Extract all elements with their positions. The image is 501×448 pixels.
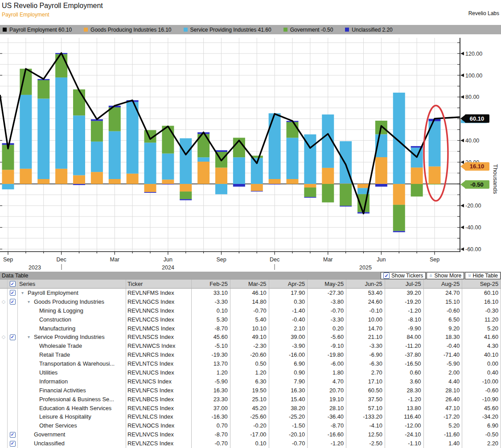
value-cell-4-4: 14.70 (346, 324, 385, 333)
series-label-14[interactable]: ▾Leisure & Hospitality (18, 412, 126, 421)
value-cell-3-0: 5.30 (192, 315, 230, 324)
bar-segment-May-24 (144, 192, 156, 193)
value-cell-11-3: 20.70 (308, 386, 346, 395)
master-checkbox[interactable]: ✓ (10, 281, 16, 287)
legend-item-1[interactable]: Goods Producing Industries 16.10 (84, 27, 171, 33)
value-cell-1-3: -3.80 (308, 297, 346, 306)
series-label-13[interactable]: ▾Education & Health Services (18, 404, 126, 413)
series-checkbox-cell[interactable]: ✓ (8, 297, 18, 306)
column-header-May-25[interactable]: May-25 (308, 280, 346, 289)
value-cell-8-4: -6.30 (346, 359, 385, 368)
legend-item-4[interactable]: Unclassified 2.20 (345, 27, 392, 33)
value-cell-6-1: -2.30 (230, 342, 269, 350)
column-header-series[interactable]: Series (18, 280, 126, 289)
legend-label: Service Providing Industries 41.60 (190, 27, 271, 33)
series-label-11[interactable]: ▾Financial Activities (18, 386, 126, 395)
legend-item-2[interactable]: Service Providing Industries 41.60 (184, 27, 271, 33)
series-checkbox[interactable]: ✓ (10, 290, 16, 296)
series-checkbox[interactable]: ✓ (10, 432, 16, 438)
bar-segment-Jan-25 (287, 179, 299, 184)
expand-triangle-icon[interactable]: ▾ (28, 333, 34, 342)
bar-segment-Jan-24 (73, 90, 85, 116)
bar-segment-Feb-25 (304, 187, 316, 197)
value-cell-10-4: 17.10 (346, 377, 385, 386)
value-cell-12-6: 26.40 (424, 395, 463, 404)
show-tickers-toggle[interactable]: ✓ Show Tickers (381, 272, 426, 279)
bar-segment-Oct-24 (233, 184, 245, 187)
value-cell-6-0: -5.10 (192, 342, 230, 350)
show-more-button[interactable]: « Show More (427, 272, 464, 279)
bar-segment-Oct-23 (20, 169, 32, 184)
series-name: Retail Trade (39, 350, 70, 359)
series-label-16[interactable]: ▾Government (18, 430, 126, 439)
value-cell-12-1: 25.10 (230, 395, 269, 404)
legend-item-3[interactable]: Government -0.50 (283, 27, 333, 33)
ticker-cell: REVLNCCS Index (126, 315, 192, 324)
series-label-3[interactable]: ▾Construction (18, 315, 126, 324)
column-header-Aug-25[interactable]: Aug-25 (424, 280, 463, 289)
bar-segment-Feb-24 (91, 121, 103, 141)
x-tick-label: Mar (323, 257, 333, 263)
column-header-ticker[interactable]: Ticker (126, 280, 192, 289)
value-cell-1-1: 14.80 (230, 297, 269, 306)
show-tickers-checkbox[interactable]: ✓ (383, 273, 390, 279)
value-cell-6-3: -9.10 (308, 342, 346, 350)
series-label-9[interactable]: ▾Utilities (18, 368, 126, 377)
value-cell-2-1: -0.70 (230, 306, 269, 315)
series-checkbox[interactable]: ✓ (10, 441, 16, 447)
row-gutter (0, 404, 8, 413)
value-cell-16-0: -8.70 (192, 430, 230, 439)
series-label-10[interactable]: ▾Information (18, 377, 126, 386)
bar-segment-Apr-25 (340, 183, 352, 184)
chart-legend: Payroll Employment 60.10Goods Producing … (0, 25, 501, 34)
series-label-15[interactable]: ▾Other Services (18, 421, 126, 430)
y-tick-label: 100.00 (465, 73, 482, 79)
series-label-12[interactable]: ▾Professional & Business Se... (18, 395, 126, 404)
column-header-Jun-25[interactable]: Jun-25 (346, 280, 385, 289)
value-cell-14-1: -25.60 (230, 412, 269, 421)
column-header-Apr-25[interactable]: Apr-25 (269, 280, 308, 289)
series-label-1[interactable]: ▾Goods Producing Industries (18, 297, 126, 306)
series-checkbox-cell[interactable]: ✓ (8, 333, 18, 342)
series-label-6[interactable]: ▾Wholesale Trade (18, 342, 126, 350)
series-label-8[interactable]: ▾Transportation & Warehousi... (18, 359, 126, 368)
series-label-7[interactable]: ▾Retail Trade (18, 350, 126, 359)
series-checkbox-cell[interactable]: ✓ (8, 430, 18, 439)
master-checkbox-cell[interactable]: ✓ (8, 280, 18, 289)
series-checkbox-cell[interactable]: ✓ (8, 289, 18, 297)
row-gutter (0, 342, 8, 350)
column-header-Sep-25[interactable]: Sep-25 (462, 280, 501, 289)
value-cell-12-7: -10.90 (462, 395, 501, 404)
value-cell-10-6: 4.40 (424, 377, 463, 386)
series-checkbox-cell (8, 412, 18, 421)
value-cell-2-2: -1.40 (269, 306, 308, 315)
bar-segment-Aug-24 (197, 157, 209, 162)
series-label-5[interactable]: ▾Service Providing Industries (18, 333, 126, 342)
series-label-0[interactable]: ▾Payroll Employment (18, 289, 126, 297)
column-header-Feb-25[interactable]: Feb-25 (192, 280, 230, 289)
y-tick-label: 40.00 (465, 138, 479, 144)
legend-item-0[interactable]: Payroll Employment 60.10 (3, 27, 72, 33)
expand-triangle-icon[interactable]: ▾ (21, 289, 28, 297)
bar-segment-Jul-25 (393, 231, 405, 232)
value-cell-4-5: -9.90 (385, 324, 424, 333)
y-tick-arrow-icon (460, 204, 464, 208)
series-label-2[interactable]: ▾Mining & Logging (18, 306, 126, 315)
series-checkbox-cell (8, 377, 18, 386)
hide-table-button[interactable]: « Hide Table (465, 272, 501, 279)
y-tick-arrow-icon (460, 138, 464, 142)
bar-segment-Jan-24 (73, 184, 85, 185)
series-checkbox[interactable]: ✓ (10, 334, 16, 340)
value-cell-5-4: 21.10 (346, 333, 385, 342)
value-cell-4-0: -8.70 (192, 324, 230, 333)
expand-triangle-icon[interactable]: ▾ (28, 297, 34, 306)
series-checkbox-cell (8, 421, 18, 430)
series-label-4[interactable]: ▾Manufacturing (18, 324, 126, 333)
last-value-label: -0.50 (470, 181, 484, 188)
series-label-17[interactable]: ▾Unclassified (18, 439, 126, 448)
legend-label: Unclassified 2.20 (352, 27, 392, 33)
column-header-Mar-25[interactable]: Mar-25 (230, 280, 269, 289)
series-checkbox-cell[interactable]: ✓ (8, 439, 18, 448)
column-header-Jul-25[interactable]: Jul-25 (385, 280, 424, 289)
series-checkbox[interactable]: ✓ (10, 299, 16, 305)
